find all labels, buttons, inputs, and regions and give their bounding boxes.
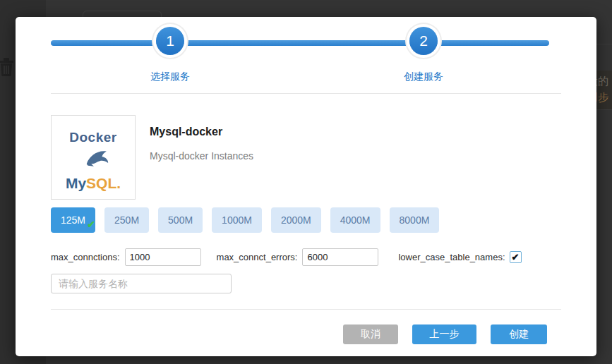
max-connect-errors-label: max_connct_errors:	[217, 252, 298, 262]
parameters-row: max_connctions: max_connct_errors: lower…	[51, 248, 561, 266]
previous-step-button[interactable]: 上一步	[412, 324, 476, 344]
footer-actions: 取消 上一步 创建	[51, 324, 561, 344]
mysql-wordmark: MySQL.	[52, 175, 135, 192]
lower-case-table-names-label: lower_case_table_names:	[398, 252, 505, 262]
service-name-input[interactable]	[51, 274, 232, 293]
create-button[interactable]: 创建	[491, 324, 547, 344]
memory-option-4000m[interactable]: 4000M	[330, 207, 380, 233]
service-header: Docker MySQL. Mysql-docker Mysql-docker …	[51, 115, 561, 200]
wizard-stepper: 1 2 选择服务 创建服务	[51, 17, 561, 94]
footer-divider	[51, 309, 561, 310]
step-1-number: 1	[166, 32, 174, 49]
trash-icon	[0, 55, 16, 80]
service-title: Mysql-docker	[150, 126, 253, 138]
step-2-label: 创建服务	[404, 71, 443, 83]
memory-option-1000m[interactable]: 1000M	[212, 207, 262, 233]
memory-option-8000m[interactable]: 8000M	[390, 207, 440, 233]
checkbox-check-icon: ✔	[512, 252, 520, 262]
step-2-number: 2	[419, 32, 428, 49]
step-2-circle[interactable]: 2	[409, 27, 438, 55]
docker-wordmark: Docker	[52, 130, 135, 145]
mysql-docker-logo: Docker MySQL.	[51, 115, 136, 200]
step-1-circle[interactable]: 1	[156, 27, 184, 55]
service-subtitle: Mysql-docker Instances	[150, 150, 253, 162]
selected-check-icon: ✔	[87, 212, 95, 237]
memory-option-2000m[interactable]: 2000M	[271, 207, 321, 233]
memory-option-125m[interactable]: 125M ✔	[51, 207, 95, 233]
memory-option-250m[interactable]: 250M	[104, 207, 149, 233]
memory-option-group: 125M ✔ 250M 500M 1000M 2000M 4000M 8000M	[51, 207, 561, 233]
cancel-button[interactable]: 取消	[343, 324, 398, 344]
stepper-progress-bar	[51, 40, 549, 46]
mysql-dolphin-icon	[84, 147, 111, 171]
lower-case-table-names-checkbox[interactable]: ✔	[510, 251, 522, 263]
max-connections-label: max_connctions:	[51, 252, 120, 262]
max-connections-input[interactable]	[125, 248, 201, 266]
service-description: Mysql-docker Mysql-docker Instances	[150, 115, 253, 200]
step-1-label: 选择服务	[150, 71, 190, 83]
max-connect-errors-input[interactable]	[302, 248, 378, 266]
memory-option-500m[interactable]: 500M	[158, 207, 203, 233]
create-service-modal: 1 2 选择服务 创建服务 Docker MySQL.	[16, 17, 596, 356]
